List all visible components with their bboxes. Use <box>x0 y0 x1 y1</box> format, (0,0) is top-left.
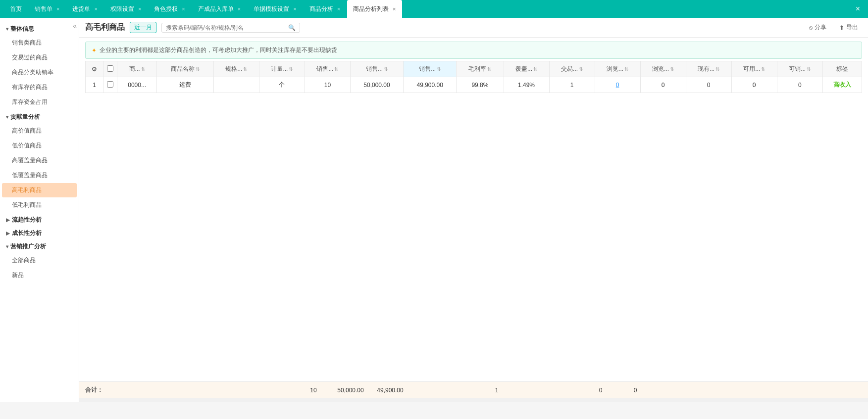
search-box: 🔍 <box>161 23 300 33</box>
nav-permission-settings-close[interactable]: × <box>138 6 141 12</box>
sidebar-item-new-goods[interactable]: 新品 <box>2 268 77 282</box>
select-all-checkbox[interactable] <box>107 65 113 72</box>
col-browse2[interactable]: 浏览... ⇅ <box>640 61 686 77</box>
footer-stock-current: 0 <box>583 387 618 394</box>
col-browse1[interactable]: 浏览... ⇅ <box>595 61 640 77</box>
nav-product-analysis[interactable]: 商品分析 × <box>304 0 346 18</box>
row-sales-net: 49,900.00 <box>404 77 457 93</box>
col-name-sort-icon[interactable]: ⇅ <box>196 66 200 72</box>
col-code[interactable]: 商... ⇅ <box>117 61 157 77</box>
col-browse2-sort-icon[interactable]: ⇅ <box>670 66 674 72</box>
col-unit-sort-icon[interactable]: ⇅ <box>289 66 293 72</box>
col-unit[interactable]: 计量... ⇅ <box>259 61 305 77</box>
col-browse1-sort-icon[interactable]: ⇅ <box>624 66 628 72</box>
col-sales-net-sort-icon[interactable]: ⇅ <box>437 66 441 72</box>
browse1-link[interactable]: 0 <box>616 82 619 89</box>
sidebar-item-sales-goods[interactable]: 销售类商品 <box>2 36 77 50</box>
nav-sales-order[interactable]: 销售单 × <box>29 0 65 18</box>
sidebar-item-low-margin[interactable]: 低毛利商品 <box>2 198 77 212</box>
col-tag: 标签 <box>822 61 862 77</box>
row-spec <box>213 77 259 93</box>
nav-product-analysis-list-close[interactable]: × <box>393 6 396 12</box>
sidebar-item-all-goods[interactable]: 全部商品 <box>2 253 77 268</box>
nav-product-analysis-close[interactable]: × <box>337 6 340 12</box>
sidebar-item-high-value[interactable]: 高价值商品 <box>2 124 77 138</box>
col-code-sort-icon[interactable]: ⇅ <box>141 66 145 72</box>
footer-sales-net: 49,900.00 <box>370 387 410 394</box>
main-layout: « ▾ 整体信息 销售类商品 交易过的商品 商品分类助销率 有库存的商品 库存资… <box>0 18 868 402</box>
sidebar-group-contribution[interactable]: ▾ 贡献量分析 <box>0 110 79 123</box>
nav-purchase-order[interactable]: 进货单 × <box>66 0 103 18</box>
col-sales-net[interactable]: 销售... ⇅ <box>404 61 457 77</box>
nav-permission-settings[interactable]: 权限设置 × <box>104 0 147 18</box>
nav-role-auth-close[interactable]: × <box>182 6 185 12</box>
nav-product-analysis-list[interactable]: 商品分析列表 × <box>347 0 402 18</box>
col-stock-current[interactable]: 现有... ⇅ <box>686 61 731 77</box>
content-header: 高毛利商品 近一月 🔍 ⎋ 分享 ⬆ 导出 <box>79 18 868 38</box>
col-stock-saleable-sort-icon[interactable]: ⇅ <box>807 66 811 72</box>
col-stock-current-sort-icon[interactable]: ⇅ <box>715 66 719 72</box>
nav-template-settings-close[interactable]: × <box>293 6 296 12</box>
sidebar-group-overall[interactable]: ▾ 整体信息 <box>0 22 79 35</box>
row-checkbox[interactable] <box>103 77 117 93</box>
col-margin-rate-sort-icon[interactable]: ⇅ <box>487 66 491 72</box>
table-container[interactable]: ⚙ 商... ⇅ 商品名称 <box>79 61 868 381</box>
sidebar-collapse-button[interactable]: « <box>73 22 77 30</box>
col-stock-available-sort-icon[interactable]: ⇅ <box>761 66 765 72</box>
col-spec[interactable]: 规格... ⇅ <box>213 61 259 77</box>
nav-purchase-order-close[interactable]: × <box>94 6 97 12</box>
sidebar-item-low-coverage[interactable]: 低覆盖量商品 <box>2 168 77 183</box>
col-name[interactable]: 商品名称 ⇅ <box>157 61 214 77</box>
col-sales-qty[interactable]: 销售... ⇅ <box>305 61 350 77</box>
sidebar-item-high-margin[interactable]: 高毛利商品 <box>2 183 77 197</box>
col-coverage[interactable]: 覆盖... ⇅ <box>504 61 549 77</box>
col-stock-available[interactable]: 可用... ⇅ <box>731 61 777 77</box>
sidebar-item-stocked-goods[interactable]: 有库存的商品 <box>2 80 77 94</box>
nav-product-inbound-close[interactable]: × <box>238 6 241 12</box>
search-icon[interactable]: 🔍 <box>288 24 296 31</box>
search-input[interactable] <box>166 24 286 31</box>
row-code[interactable]: 0000... <box>117 77 157 93</box>
sidebar-item-traded-goods[interactable]: 交易过的商品 <box>2 50 77 65</box>
close-all-button[interactable]: × <box>852 2 864 15</box>
col-sales-qty-sort-icon[interactable]: ⇅ <box>334 66 338 72</box>
row-num: 1 <box>86 77 103 93</box>
row-select-checkbox[interactable] <box>107 81 113 88</box>
sidebar-group-contribution-arrow: ▾ <box>6 114 8 120</box>
col-transactions-sort-icon[interactable]: ⇅ <box>579 66 583 72</box>
col-sales-amount-sort-icon[interactable]: ⇅ <box>384 66 388 72</box>
info-bar: ✦ 企业的主要的利润都是这部分商品创造的，可考虑加大推广，同时关注库存是不要出现… <box>85 42 862 59</box>
share-button[interactable]: ⎋ 分享 <box>805 22 830 33</box>
row-stock-saleable: 0 <box>777 77 822 93</box>
sidebar: « ▾ 整体信息 销售类商品 交易过的商品 商品分类助销率 有库存的商品 库存资… <box>0 18 79 402</box>
sidebar-item-high-coverage[interactable]: 高覆盖量商品 <box>2 153 77 168</box>
bottom-scrollbar[interactable] <box>79 398 868 402</box>
col-margin-rate[interactable]: 毛利率 ⇅ <box>457 61 504 77</box>
content-area: 高毛利商品 近一月 🔍 ⎋ 分享 ⬆ 导出 ✦ 企业的主要的利润都是这部分商品创… <box>79 18 868 402</box>
sidebar-group-marketing-arrow: ▾ <box>6 244 8 249</box>
export-icon: ⬆ <box>839 24 844 31</box>
sidebar-group-trend[interactable]: ▶ 流趋性分析 <box>0 213 79 226</box>
footer-stock-available: 0 <box>618 387 653 394</box>
footer-sales-amount: 50,000.00 <box>331 387 370 394</box>
nav-role-auth[interactable]: 角色授权 × <box>148 0 191 18</box>
nav-template-settings[interactable]: 单据模板设置 × <box>248 0 302 18</box>
nav-product-inbound[interactable]: 产成品入库单 × <box>192 0 247 18</box>
sidebar-item-low-value[interactable]: 低价值商品 <box>2 139 77 153</box>
col-stock-saleable[interactable]: 可销... ⇅ <box>777 61 822 77</box>
sidebar-item-stock-capital[interactable]: 库存资金占用 <box>2 95 77 109</box>
col-coverage-sort-icon[interactable]: ⇅ <box>533 66 537 72</box>
sidebar-group-marketing[interactable]: ▾ 营销推广分析 <box>0 239 79 253</box>
filter-recent-month-button[interactable]: 近一月 <box>130 22 156 33</box>
sidebar-group-growth[interactable]: ▶ 成长性分析 <box>0 226 79 239</box>
table-row: 1 0000... 运费 个 10 50,000.00 49,900.00 99… <box>86 77 862 93</box>
export-button[interactable]: ⬆ 导出 <box>835 22 862 33</box>
row-browse1[interactable]: 0 <box>595 77 640 93</box>
nav-home[interactable]: 首页 <box>4 0 28 18</box>
sidebar-item-category-rate[interactable]: 商品分类助销率 <box>2 65 77 80</box>
col-sales-amount[interactable]: 销售... ⇅ <box>350 61 403 77</box>
col-settings[interactable]: ⚙ <box>86 61 103 77</box>
col-transactions[interactable]: 交易... ⇅ <box>549 61 595 77</box>
col-spec-sort-icon[interactable]: ⇅ <box>243 66 247 72</box>
nav-sales-order-close[interactable]: × <box>56 6 59 12</box>
